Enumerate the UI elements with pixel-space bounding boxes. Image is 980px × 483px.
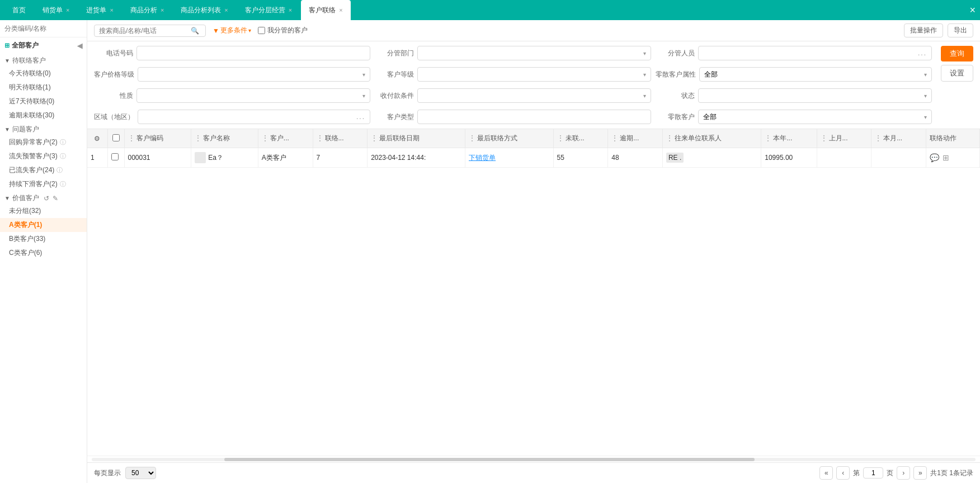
filter-label-status: 状态 — [656, 91, 695, 101]
content-area: 🔍 ▼ 更多条件 ▾ 我分管的客户 批量操作 导出 — [87, 20, 980, 483]
info-icon: ⓘ — [60, 152, 66, 160]
filter-label-retail: 零散客户 — [656, 112, 695, 122]
filter-select-nature[interactable]: ▾ — [136, 88, 370, 103]
filter-field-price-level: 客户价格等级 ▾ — [94, 67, 370, 82]
filter-field-status: 状态 ▾ — [656, 88, 932, 103]
refresh-icon[interactable]: ↺ — [44, 195, 49, 202]
sidebar-item-unclassified[interactable]: 未分组(32) — [0, 204, 87, 218]
filter-bar: 🔍 ▼ 更多条件 ▾ 我分管的客户 批量操作 导出 — [87, 20, 980, 41]
sidebar-group-pending[interactable]: ▼ 待联络客户 — [0, 54, 87, 67]
next-page-button[interactable]: › — [897, 466, 910, 480]
sidebar-search-input[interactable] — [4, 25, 87, 32]
cell-overdue: 48 — [608, 148, 663, 168]
th-biz-contact: ⋮往来单位联系人 — [662, 129, 761, 148]
last-method-link[interactable]: 下销货单 — [469, 154, 496, 162]
sidebar-all-customers[interactable]: ⊞ 全部客户 ◀ — [0, 37, 87, 54]
th-customer-name: ⋮客户名称 — [191, 129, 258, 148]
th-gear[interactable]: ⚙ — [87, 129, 107, 148]
filter-input-phone[interactable] — [136, 46, 370, 60]
page-number-input[interactable] — [863, 467, 883, 479]
prev-page-button[interactable]: ‹ — [836, 466, 850, 480]
sidebar-item-churn-warning[interactable]: 流失预警客户(3) ⓘ — [0, 149, 87, 163]
filter-select-manager[interactable]: ... — [698, 46, 932, 60]
th-check[interactable] — [107, 129, 124, 148]
tab-customer-contact[interactable]: 客户联络 × — [301, 0, 350, 20]
tab-sales-order[interactable]: 销货单 × — [35, 0, 77, 20]
cell-last-method: 下销货单 — [465, 148, 553, 168]
filter-row-3: 性质 ▾ 收付款条件 ▾ 状态 — [94, 88, 932, 103]
th-this-month: ⋮本月... — [871, 129, 926, 148]
query-button[interactable]: 查询 — [941, 46, 973, 61]
sidebar-item-tomorrow[interactable]: 明天待联络(1) — [0, 80, 87, 94]
close-icon[interactable]: × — [66, 7, 69, 13]
cell-contact-count: 7 — [313, 148, 368, 168]
filter-field-retail: 零散客户 全部▾ — [656, 110, 932, 124]
filter-select-retail-attr[interactable]: 全部▾ — [699, 67, 932, 82]
sidebar-item-repurchase-abnormal[interactable]: 回购异常客户(2) ⓘ — [0, 135, 87, 149]
filter-label-customer-type: 客户类型 — [375, 112, 414, 122]
sidebar-group-value[interactable]: ▼ 价值客户 ↺ ✎ — [0, 191, 87, 204]
sidebar: 🔍 ⊞ 全部客户 ◀ ▼ 待联络客户 今天待联络(0) 明天待联络(1) 近7天… — [0, 20, 87, 483]
cell-no-contact: 55 — [553, 148, 608, 168]
tab-purchase-order[interactable]: 进货单 × — [78, 0, 121, 20]
sidebar-item-week[interactable]: 近7天待联络(0) — [0, 94, 87, 108]
select-all-checkbox[interactable] — [112, 134, 120, 141]
filter-select-dept[interactable]: ▾ — [417, 46, 651, 60]
info-icon: ⓘ — [60, 180, 66, 188]
filter-label-payment: 收付款条件 — [375, 91, 414, 101]
filter-select-status[interactable]: ▾ — [698, 88, 932, 103]
more-filters-btn[interactable]: ▼ 更多条件 ▾ — [213, 26, 251, 35]
filter-label-manager: 分管人员 — [656, 49, 695, 58]
close-icon[interactable]: × — [224, 7, 228, 13]
main-layout: 🔍 ⊞ 全部客户 ◀ ▼ 待联络客户 今天待联络(0) 明天待联络(1) 近7天… — [0, 20, 980, 483]
sidebar-item-churned[interactable]: 已流失客户(24) ⓘ — [0, 163, 87, 177]
tab-product-analysis-list[interactable]: 商品分析列表 × — [173, 0, 235, 20]
cell-check[interactable] — [107, 148, 124, 168]
filter-select-payment[interactable]: ▾ — [417, 88, 651, 103]
page-size-select[interactable]: 50 100 200 — [125, 467, 156, 479]
cell-this-year: 10995.00 — [761, 148, 817, 168]
setting-button[interactable]: 设置 — [941, 65, 973, 82]
my-customers-check[interactable] — [258, 27, 265, 34]
filter-select-region[interactable]: ... — [138, 110, 370, 124]
cell-this-month — [871, 148, 926, 168]
close-icon[interactable]: × — [289, 7, 292, 13]
cell-code: 000031 — [124, 148, 191, 168]
search-input[interactable] — [99, 27, 189, 35]
sidebar-item-b-class[interactable]: B类客户(33) — [0, 232, 87, 246]
close-icon[interactable]: × — [161, 7, 164, 13]
close-icon[interactable]: × — [110, 7, 113, 13]
chat-icon[interactable]: 💬 — [930, 153, 939, 162]
batch-operation-button[interactable]: 批量操作 — [904, 23, 943, 37]
sidebar-item-c-class[interactable]: C类客户(6) — [0, 246, 87, 260]
grid-icon[interactable]: ⊞ — [943, 153, 949, 162]
collapse-icon[interactable]: ◀ — [77, 42, 82, 50]
edit-icon[interactable]: ✎ — [53, 195, 58, 202]
filter-input-customer-type[interactable] — [417, 110, 651, 124]
close-window-icon[interactable]: × — [969, 4, 976, 16]
close-icon[interactable]: × — [339, 7, 342, 13]
sidebar-item-a-class[interactable]: A类客户(1) — [0, 218, 87, 232]
my-customers-checkbox[interactable]: 我分管的客户 — [258, 26, 308, 35]
tab-home[interactable]: 首页 — [4, 0, 34, 20]
th-last-date: ⋮最后联络日期 — [368, 129, 465, 148]
sidebar-item-today[interactable]: 今天待联络(0) — [0, 67, 87, 80]
filter-field-manager: 分管人员 ... — [656, 46, 932, 60]
first-page-button[interactable]: « — [819, 466, 833, 480]
search-icon[interactable]: 🔍 — [191, 27, 199, 35]
filter-select-customer-level[interactable]: ▾ — [417, 67, 651, 82]
sidebar-item-declining[interactable]: 持续下滑客户(2) ⓘ — [0, 177, 87, 191]
sidebar-group-problem[interactable]: ▼ 问题客户 — [0, 122, 87, 135]
filter-select-retail[interactable]: 全部▾ — [698, 110, 932, 124]
filter-select-price-level[interactable]: ▾ — [138, 67, 370, 82]
row-checkbox[interactable] — [111, 153, 119, 160]
filter-field-payment: 收付款条件 ▾ — [375, 88, 651, 103]
table-row: 1 000031 Ea？ A类客户 7 2023-04-12 14:44: — [87, 148, 980, 168]
total-records: 共1页 1条记录 — [930, 468, 973, 478]
sidebar-item-overdue[interactable]: 逾期未联络(30) — [0, 108, 87, 122]
last-page-button[interactable]: » — [913, 466, 927, 480]
th-this-year: ⋮本年... — [761, 129, 817, 148]
tab-customer-segment[interactable]: 客户分层经营 × — [237, 0, 300, 20]
tab-product-analysis[interactable]: 商品分析 × — [123, 0, 172, 20]
export-button[interactable]: 导出 — [948, 23, 973, 37]
